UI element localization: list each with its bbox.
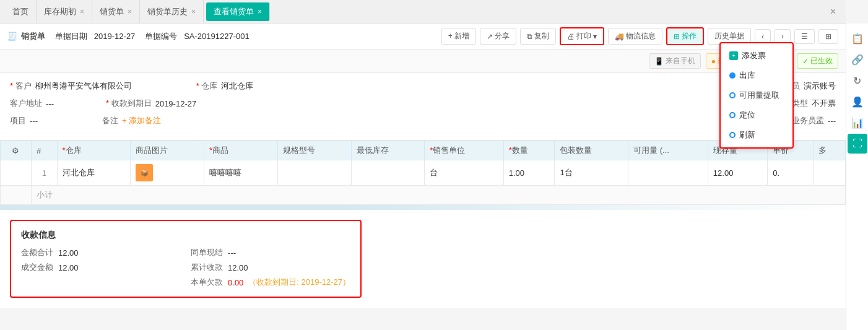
logistics-button[interactable]: 🚚 物流信息 [608,28,662,45]
td-subtotal-label: 小计 [31,186,845,205]
tab-view-sales[interactable]: 查看销货单 × [206,2,270,21]
address-label: 客户地址 [10,98,42,109]
scroll-hint [0,205,846,210]
doc-date-label: 单据日期 2019-12-27 [55,31,135,42]
doc-number-value: SA-20191227-001 [184,32,250,41]
list-view-button[interactable]: ☰ [794,29,815,44]
table-row: 1 河北仓库 📦 嘻嘻嘻嘻 台 1.00 1台 12.00 0. [1,160,846,186]
th-package-qty: 包装数量 [555,141,628,160]
tab-home[interactable]: 首页 [5,0,37,24]
same-order-label: 同单现结 [191,247,223,258]
transaction-amount-row: 成交金额 12.00 [21,262,181,273]
subtotal-row: 小计 [1,186,846,205]
operate-dropdown: + 添发票 出库 可用量提取 定位 刷新 [719,42,794,149]
current-due-label: 本单欠款 [191,277,223,288]
th-quantity: *数量 [503,141,555,160]
td-min-stock [351,160,425,186]
total-amount-value: 12.00 [58,248,79,258]
available-pick-icon [729,92,736,98]
td-more [814,160,846,186]
current-due-value: 0.00 [228,278,243,287]
doc-meta: 单据日期 2019-12-27 单据编号 SA-20191227-001 [55,31,250,42]
cumulative-value: 12.00 [228,263,248,272]
payment-grid: 金额合计 12.00 成交金额 12.00 同单现结 --- [21,247,350,288]
sidebar-icon-clipboard[interactable]: 📋 [848,28,867,48]
next-record-button[interactable]: › [775,29,791,44]
add-remark-button[interactable]: + 添加备注 [122,115,161,126]
tab-inventory-init[interactable]: 库存期初 × [37,0,92,24]
payment-col-right: 同单现结 --- 累计收款 12.00 [191,247,350,273]
due-date-field: 收款到期日 2019-12-27 [106,98,196,109]
refresh-icon [729,132,736,138]
sidebar-icon-link[interactable]: 🔗 [848,50,867,69]
dropdown-refresh[interactable]: 刷新 [721,125,792,145]
ticket-type-value: 不开票 [812,98,836,109]
dropdown-out-warehouse[interactable]: 出库 [721,66,792,85]
from-phone-button[interactable]: 📱 来自手机 [649,53,701,69]
clerk-value: 演示账号 [804,80,836,92]
dropdown-add-invoice[interactable]: + 添发票 [721,46,792,66]
add-invoice-label: 添发票 [742,50,766,61]
warehouse-value: 河北仓库 [221,80,253,92]
td-warehouse: 河北仓库 [57,160,131,186]
th-product-img: 商品图片 [131,141,204,160]
td-sales-unit: 台 [425,160,503,186]
same-order-row: 同单现结 --- [191,247,350,258]
sidebar-icon-chart[interactable]: 📊 [848,113,867,132]
tab-sales-close[interactable]: × [128,7,132,16]
customer-field: 客户 柳州粤港平安气体有限公司 [10,80,132,92]
tab-sales-history[interactable]: 销货单历史 × [140,0,204,24]
tab-view-close[interactable]: × [258,7,262,16]
total-amount-row: 金额合计 12.00 [21,247,181,258]
tab-inventory-close[interactable]: × [80,7,84,16]
td-num: 1 [31,160,57,186]
table-header-row: ⚙ # *仓库 商品图片 *商品 规格型号 最低库存 *销售单位 *数量 包装数… [1,141,846,160]
new-button[interactable]: + 新增 [441,28,476,45]
project-value: --- [30,116,38,126]
th-gear[interactable]: ⚙ [1,141,32,160]
share-icon: ↗ [487,32,493,41]
th-product: *商品 [204,141,278,160]
customer-label: 客户 [10,80,32,92]
grid-view-button[interactable]: ⊞ [818,29,838,44]
product-thumbnail: 📦 [136,164,153,181]
payment-col-left: 金额合计 12.00 成交金额 12.00 [21,247,181,273]
total-amount-label: 金额合计 [21,247,53,258]
doc-number-label: 单据编号 SA-20191227-001 [145,31,249,42]
print-button[interactable]: 🖨 打印 ▾ [560,27,604,45]
tab-inventory-label: 库存期初 [44,6,76,17]
prev-record-button[interactable]: ‹ [755,29,771,44]
dropdown-locate[interactable]: 定位 [721,105,792,125]
th-min-stock: 最低库存 [351,141,425,160]
share-button[interactable]: ↗ 分享 [480,28,516,45]
current-due-row: 本单欠款 0.00 （收款到期日: 2019-12-27） [191,277,350,288]
effective-button[interactable]: ✓ 已生效 [797,53,838,69]
locate-icon [729,112,736,118]
form-row-2: 客户地址 --- 收款到期日 2019-12-27 票据类型 不开票 [10,98,836,109]
tab-sales-order[interactable]: 销货单 × [92,0,140,24]
sidebar-icon-user[interactable]: 👤 [848,92,867,111]
address-field: 客户地址 --- [10,98,54,109]
sidebar-icon-expand[interactable]: ⛶ [848,134,867,154]
payment-box: 收款信息 金额合计 12.00 成交金额 12.00 [10,220,362,298]
sidebar-icon-refresh[interactable]: ↻ [848,71,867,90]
tab-history-label: 销货单历史 [147,6,188,17]
th-warehouse: *仓库 [57,141,131,160]
salesman-value: --- [828,116,836,126]
due-date-note: （收款到期日: 2019-12-27） [248,277,350,288]
td-spec [277,160,351,186]
remark-label: 备注 [102,115,118,126]
locate-label: 定位 [739,110,755,121]
effective-icon: ✓ [802,57,809,66]
dropdown-available-pick[interactable]: 可用量提取 [721,85,792,105]
due-row-wrapper: 本单欠款 0.00 （收款到期日: 2019-12-27） [191,277,350,288]
salesman-field: 业务员孟 --- [786,115,836,126]
remark-field: 备注 + 添加备注 [102,115,161,126]
td-available [628,160,708,186]
copy-button[interactable]: ⧉ 复制 [520,28,556,45]
tab-history-close[interactable]: × [191,7,196,16]
operate-button[interactable]: ⊞ 操作 [666,27,704,45]
th-more: 多 [814,141,846,160]
window-close-button[interactable]: × [825,6,841,17]
right-sidebar: 📋 🔗 ↻ 👤 📊 ⛶ [846,24,868,308]
